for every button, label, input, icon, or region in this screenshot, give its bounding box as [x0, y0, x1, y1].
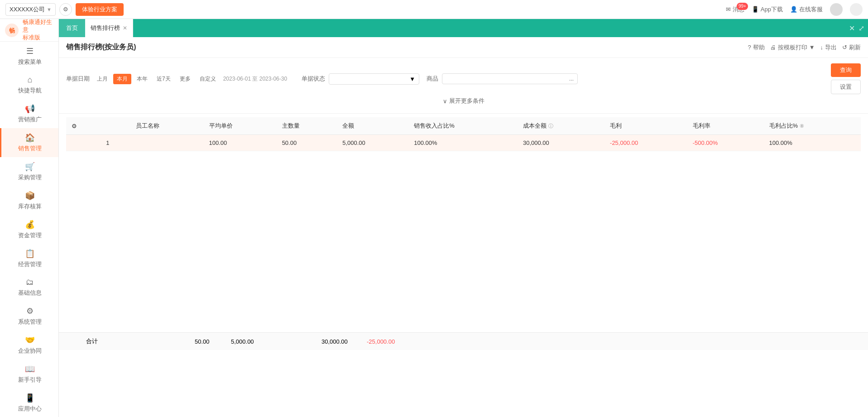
top-bar: XXXXXX公司 ▼ ⚙ 体验行业方案 ✉ 消息 99+ 📱 App下载 👤 在… [0, 0, 868, 19]
date-btn-more[interactable]: 更多 [176, 74, 194, 84]
system-icon: ⚙ [26, 306, 34, 316]
expand-chevron-icon: ∨ [443, 98, 447, 105]
sidebar-item-system[interactable]: ⚙ 系统管理 [0, 302, 58, 331]
cost-info-icon[interactable]: ⓘ [548, 123, 553, 129]
status-filter: 单据状态 ▼ [302, 73, 419, 85]
export-button[interactable]: ↓ 导出 [820, 43, 837, 52]
sidebar-item-quick-nav[interactable]: ⌂ 快捷导航 [0, 71, 58, 99]
date-range-text: 2023-06-01 至 2023-06-30 [223, 75, 287, 83]
sidebar-label-finance: 资金管理 [18, 231, 42, 240]
sidebar-label-app-center: 应用中心 [18, 405, 42, 413]
help-icon: ? [748, 44, 751, 51]
avatar[interactable] [830, 3, 843, 16]
gross-pct-info-icon[interactable]: ⑧ [800, 123, 804, 129]
logo-icon: 畅 [5, 23, 19, 38]
finance-icon: 💰 [25, 220, 35, 230]
col-avg-price: 平均单价 [204, 117, 277, 135]
basic-info-icon: 🗂 [26, 278, 34, 287]
empty-space [59, 151, 868, 332]
main-layout: 畅 畅康通好生意 标准版 ☰ 搜索菜单 ⌂ 快捷导航 📢 营销推广 🏠 销售管理… [0, 19, 868, 417]
col-main-qty: 主数量 [277, 117, 337, 135]
col-settings[interactable]: ⚙ [66, 117, 101, 135]
date-btn-custom[interactable]: 自定义 [196, 74, 220, 84]
date-btn-this-year[interactable]: 本年 [133, 74, 151, 84]
app-center-icon: 📱 [25, 393, 35, 403]
marketing-icon: 📢 [25, 104, 35, 114]
sidebar-logo: 畅 畅康通好生意 标准版 [0, 19, 58, 42]
status-select[interactable]: ▼ [329, 73, 419, 85]
goods-more-icon[interactable]: ... [569, 76, 574, 82]
tab-close-icon[interactable]: ✕ [123, 25, 127, 31]
expand-more-button[interactable]: ∨ 展开更多条件 [66, 94, 861, 108]
table-header: ⚙ 员工名称 平均单价 主数量 全额 销售收入占比% 成本全额 ⓘ [66, 117, 861, 135]
query-button[interactable]: 查询 [831, 63, 861, 77]
tab-sales-ranking[interactable]: 销售排行榜 ✕ [85, 19, 133, 37]
expand-more-label: 展开更多条件 [449, 97, 484, 105]
date-btn-7-days[interactable]: 近7天 [153, 74, 174, 84]
date-btn-this-month[interactable]: 本月 [113, 74, 131, 84]
col-employee: 员工名称 [130, 117, 203, 135]
date-range-buttons: 上月 本月 本年 近7天 更多 自定义 [93, 74, 220, 84]
quick-nav-icon: ⌂ [28, 75, 33, 85]
filter-bar: 单据日期 上月 本月 本年 近7天 更多 自定义 2023-06-01 至 20… [59, 58, 868, 114]
table-footer: 合计 50.00 5,000.00 30,000.00 -25,000.00 [59, 332, 868, 350]
col-gross-pct: 毛利占比% ⑧ [764, 117, 861, 135]
table-wrap: ⚙ 员工名称 平均单价 主数量 全额 销售收入占比% 成本全额 ⓘ [59, 117, 868, 151]
cell-gross: -25,000.00 [604, 135, 687, 151]
online-service-button[interactable]: 👤 在线客服 [790, 5, 823, 14]
cell-main-qty: 50.00 [277, 135, 337, 151]
col-gross: 毛利 [604, 117, 687, 135]
goods-label: 商品 [427, 75, 438, 83]
page-actions: ? 帮助 🖨 按模板打印 ▼ ↓ 导出 ↺ [748, 43, 861, 52]
inventory-icon: 📦 [25, 191, 35, 201]
export-icon: ↓ [820, 44, 824, 51]
help-button[interactable]: ? 帮助 [748, 43, 764, 52]
window-close-button[interactable]: ✕ [849, 24, 855, 33]
sidebar-item-guide[interactable]: 📖 新手引导 [0, 359, 58, 388]
sidebar-item-app-center[interactable]: 📱 应用中心 [0, 388, 58, 417]
footer-main-qty: 50.00 [189, 338, 225, 345]
cell-amount: 5,000.00 [337, 135, 408, 151]
filter-settings-button[interactable]: 设置 [831, 80, 861, 94]
col-sales-pct: 销售收入占比% [408, 117, 518, 135]
sidebar-item-inventory[interactable]: 📦 库存核算 [0, 186, 58, 215]
gear-icon: ⚙ [63, 6, 68, 13]
top-settings-button[interactable]: ⚙ [59, 3, 72, 16]
company-name: XXXXXX公司 [10, 5, 45, 14]
trial-button[interactable]: 体验行业方案 [76, 3, 124, 16]
company-selector[interactable]: XXXXXX公司 ▼ [5, 3, 56, 16]
print-button[interactable]: 🖨 按模板打印 ▼ [770, 43, 815, 52]
footer-label: 合计 [81, 337, 117, 345]
tab-home[interactable]: 首页 [59, 19, 85, 37]
message-button[interactable]: ✉ 消息 99+ [726, 5, 744, 14]
col-settings-icon: ⚙ [72, 123, 77, 129]
app-download-icon: 📱 [752, 6, 759, 13]
date-btn-last-month[interactable]: 上月 [93, 74, 111, 84]
page-title: 销售排行榜(按业务员) [66, 43, 136, 52]
sidebar-label-guide: 新手引导 [18, 376, 42, 384]
refresh-button[interactable]: ↺ 刷新 [842, 43, 861, 52]
sidebar-label-search-order: 搜索菜单 [18, 58, 42, 66]
app-download-label: App下载 [761, 5, 783, 14]
sidebar-item-basic-info[interactable]: 🗂 基础信息 [0, 273, 58, 302]
help-label: 帮助 [753, 43, 765, 52]
sidebar-item-purchase[interactable]: 🛒 采购管理 [0, 157, 58, 186]
table-row: 1 100.00 50.00 5,000.00 100.00% 30,000.0… [66, 135, 861, 151]
sidebar-item-sales[interactable]: 🏠 销售管理 [0, 128, 58, 157]
col-gross-rate: 毛利率 [687, 117, 764, 135]
date-filter: 单据日期 上月 本月 本年 近7天 更多 自定义 2023-06-01 至 20… [66, 74, 287, 84]
refresh-icon: ↺ [842, 44, 847, 51]
goods-input[interactable]: ... [442, 73, 578, 84]
tab-bar: 首页 销售排行榜 ✕ ✕ ⤢ [59, 19, 868, 37]
avatar-placeholder [850, 3, 863, 16]
sidebar-item-enterprise[interactable]: 🤝 企业协同 [0, 331, 58, 359]
sidebar-item-marketing[interactable]: 📢 营销推广 [0, 99, 58, 128]
page-header: 销售排行榜(按业务员) ? 帮助 🖨 按模板打印 ▼ ↓ [59, 37, 868, 58]
sidebar-item-finance[interactable]: 💰 资金管理 [0, 215, 58, 244]
app-download-button[interactable]: 📱 App下载 [752, 5, 783, 14]
sidebar-item-search-order[interactable]: ☰ 搜索菜单 [0, 42, 58, 71]
sidebar: 畅 畅康通好生意 标准版 ☰ 搜索菜单 ⌂ 快捷导航 📢 营销推广 🏠 销售管理… [0, 19, 59, 417]
sidebar-item-operations[interactable]: 📋 经营管理 [0, 244, 58, 273]
col-rank [101, 117, 130, 135]
window-expand-button[interactable]: ⤢ [858, 24, 864, 33]
